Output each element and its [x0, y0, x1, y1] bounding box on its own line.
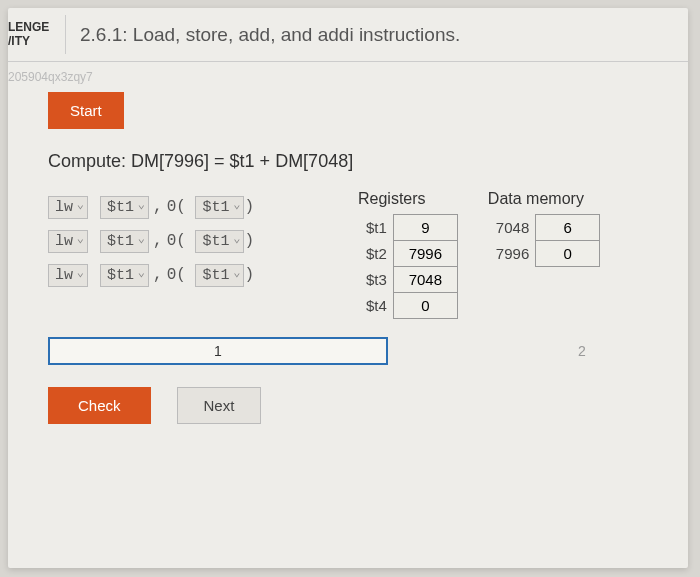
code-row: lw $t1 , 0 ( $t1 ) — [48, 190, 328, 224]
badge-line1: LENGE — [8, 20, 49, 34]
comma: , — [149, 266, 167, 284]
base-select[interactable]: $t1 — [195, 196, 244, 219]
table-row: 70486 — [488, 215, 600, 241]
rd-select[interactable]: $t1 — [100, 230, 149, 253]
reg-name: $t4 — [358, 293, 393, 319]
start-button[interactable]: Start — [48, 92, 124, 129]
code-column: lw $t1 , 0 ( $t1 ) lw $t1 , 0 ( $t1 ) lw — [48, 190, 328, 319]
next-button[interactable]: Next — [177, 387, 262, 424]
progress-step-next: 2 — [578, 343, 586, 359]
rd-select[interactable]: $t1 — [100, 196, 149, 219]
watermark: 205904qx3zqy7 — [8, 62, 688, 86]
comma: , — [149, 198, 167, 216]
reg-val: 7048 — [393, 267, 457, 293]
paren-open: ( — [176, 266, 195, 284]
registers-title: Registers — [358, 190, 458, 208]
compute-prompt: Compute: DM[7996] = $t1 + DM[7048] — [48, 151, 688, 172]
paren-close: ) — [244, 232, 254, 250]
table-row: 79960 — [488, 241, 600, 267]
table-row: $t27996 — [358, 241, 457, 267]
table-row: $t19 — [358, 215, 457, 241]
base-select[interactable]: $t1 — [195, 264, 244, 287]
offset: 0 — [167, 266, 177, 284]
progress-step-current[interactable]: 1 — [48, 337, 388, 365]
table-row: $t40 — [358, 293, 457, 319]
registers-table: Registers $t19 $t27996 $t37048 $t40 — [358, 190, 458, 319]
memory-table: Data memory 70486 79960 — [488, 190, 600, 319]
reg-name: $t2 — [358, 241, 393, 267]
badge-line2: /ITY — [8, 34, 30, 48]
offset: 0 — [167, 232, 177, 250]
page-title: 2.6.1: Load, store, add, and addi instru… — [66, 24, 460, 46]
code-row: lw $t1 , 0 ( $t1 ) — [48, 258, 328, 292]
mem-val: 0 — [536, 241, 600, 267]
code-row: lw $t1 , 0 ( $t1 ) — [48, 224, 328, 258]
reg-val: 0 — [393, 293, 457, 319]
op-select[interactable]: lw — [48, 196, 88, 219]
offset: 0 — [167, 198, 177, 216]
mem-addr: 7048 — [488, 215, 536, 241]
mem-val: 6 — [536, 215, 600, 241]
reg-name: $t3 — [358, 267, 393, 293]
activity-badge: LENGE /ITY — [8, 15, 66, 53]
op-select[interactable]: lw — [48, 264, 88, 287]
base-select[interactable]: $t1 — [195, 230, 244, 253]
paren-open: ( — [176, 198, 195, 216]
comma: , — [149, 232, 167, 250]
progress-row: 1 2 — [48, 337, 688, 365]
check-button[interactable]: Check — [48, 387, 151, 424]
paren-close: ) — [244, 266, 254, 284]
mem-addr: 7996 — [488, 241, 536, 267]
memory-title: Data memory — [488, 190, 600, 208]
table-row: $t37048 — [358, 267, 457, 293]
reg-val: 7996 — [393, 241, 457, 267]
op-select[interactable]: lw — [48, 230, 88, 253]
paren-open: ( — [176, 232, 195, 250]
reg-name: $t1 — [358, 215, 393, 241]
reg-val: 9 — [393, 215, 457, 241]
paren-close: ) — [244, 198, 254, 216]
rd-select[interactable]: $t1 — [100, 264, 149, 287]
header: LENGE /ITY 2.6.1: Load, store, add, and … — [8, 8, 688, 62]
